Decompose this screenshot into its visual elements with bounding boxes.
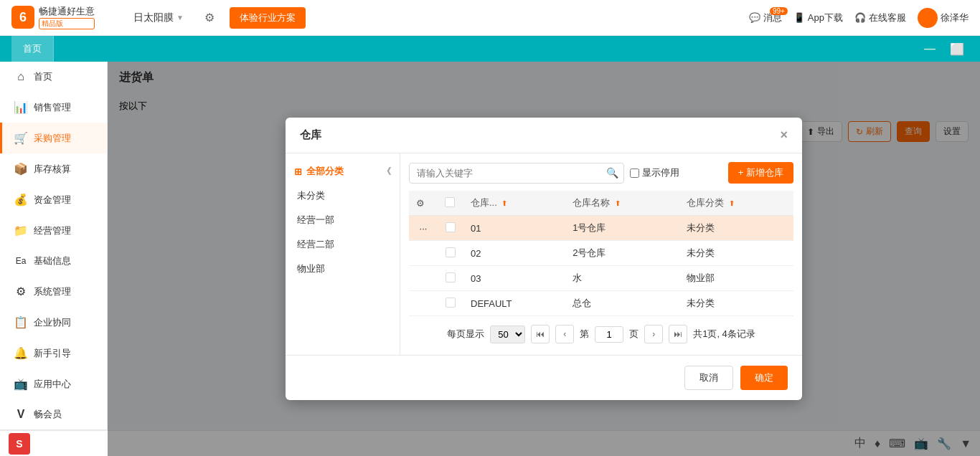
modal-body: ⊞ 全部分类 《 未分类 经营一部 经营二部 物业部 [286, 153, 802, 355]
minimize-button[interactable]: — [920, 42, 940, 55]
row-checkbox[interactable] [446, 247, 456, 257]
maximize-button[interactable]: ⬜ [946, 42, 969, 56]
col-code: 仓库... ⬆ [463, 191, 565, 216]
sidebar-item-inventory[interactable]: 📦 库存核算 [0, 153, 107, 184]
table-row[interactable]: DEFAULT 总仓 未分类 [409, 291, 793, 316]
show-disabled-label[interactable]: 显示停用 [630, 166, 679, 179]
warehouse-modal: 仓库 × ⊞ 全部分类 《 未分类 经营一部 经营二部 [286, 118, 802, 400]
sidebar: ⌂ 首页 📊 销售管理 🛒 采购管理 📦 库存核算 💰 资金管理 📁 经营管理 … [0, 62, 108, 456]
row-category: 未分类 [679, 291, 793, 316]
col-name: 仓库名称 ⬆ [565, 191, 679, 216]
sidebar-item-enterprise[interactable]: 📋 企业协同 [0, 307, 107, 338]
category-unclassified[interactable]: 未分类 [286, 184, 400, 208]
row-name: 水 [565, 266, 679, 291]
page-size-select[interactable]: 50 [490, 326, 525, 343]
sidebar-item-guide[interactable]: 🔔 新手引导 [0, 338, 107, 369]
sidebar-item-system[interactable]: ⚙ 系统管理 [0, 276, 107, 307]
row-name: 1号仓库 [565, 216, 679, 241]
taskbar-logo: S [9, 433, 30, 455]
finance-icon: 💰 [14, 193, 28, 206]
sidebar-item-member[interactable]: V 畅会员 [0, 399, 107, 429]
enterprise-icon: 📋 [14, 315, 28, 329]
all-categories-item[interactable]: ⊞ 全部分类 《 [286, 159, 400, 184]
page-number-input[interactable] [595, 326, 623, 343]
notification-button[interactable]: 💬 消息 99+ [749, 11, 782, 24]
sidebar-item-home[interactable]: ⌂ 首页 [0, 62, 107, 92]
online-service-button[interactable]: 🎧 在线客服 [854, 11, 906, 24]
settings-col-icon: ⚙ [416, 198, 425, 209]
last-page-button[interactable]: ⏭ [669, 325, 687, 343]
modal-title: 仓库 [300, 128, 321, 142]
row-checkbox-cell [438, 241, 463, 266]
phone-icon: 📱 [793, 12, 805, 23]
tab-home[interactable]: 首页 [11, 36, 54, 62]
user-name: 徐泽华 [941, 11, 969, 24]
col-checkbox [438, 191, 463, 216]
row-checkbox-cell [438, 266, 463, 291]
show-disabled-checkbox[interactable] [630, 168, 639, 178]
row-code: 02 [463, 241, 565, 266]
category-ops2[interactable]: 经营二部 [286, 232, 400, 257]
row-checkbox[interactable] [446, 298, 456, 308]
operations-icon: 📁 [14, 224, 28, 237]
user-menu-button[interactable]: 徐泽华 [918, 8, 969, 28]
row-checkbox-cell [438, 216, 463, 241]
table-row[interactable]: 03 水 物业部 [409, 266, 793, 291]
inventory-icon: 📦 [14, 162, 28, 176]
category-ops1[interactable]: 经营一部 [286, 208, 400, 232]
first-page-button[interactable]: ⏮ [531, 325, 550, 343]
sidebar-item-operations[interactable]: 📁 经营管理 [0, 215, 107, 246]
row-actions: ··· [409, 216, 438, 241]
topbar: 6 畅捷通好生意 精品版 日太阳膜 ▼ ⚙ 体验行业方案 💬 消息 99+ 📱 … [0, 0, 980, 36]
modal-footer: 取消 确定 [286, 355, 802, 400]
main-layout: ⌂ 首页 📊 销售管理 🛒 采购管理 📦 库存核算 💰 资金管理 📁 经营管理 … [0, 62, 980, 456]
app-download-button[interactable]: 📱 App下载 [793, 11, 843, 24]
row-actions [409, 241, 438, 266]
row-name: 总仓 [565, 291, 679, 316]
logo-icon: 6 [11, 6, 34, 29]
modal-backdrop: 仓库 × ⊞ 全部分类 《 未分类 经营一部 经营二部 [108, 62, 980, 456]
sidebar-item-basic-info[interactable]: Ea 基础信息 [0, 246, 107, 276]
total-info: 共1页, 4条记录 [693, 328, 755, 341]
notification-badge: 99+ [770, 7, 788, 15]
system-icon: ⚙ [14, 285, 28, 298]
table-row[interactable]: 02 2号仓库 未分类 [409, 241, 793, 266]
table-header: ⚙ 仓库... ⬆ 仓库名称 ⬆ [409, 191, 793, 216]
basic-info-icon: Ea [14, 256, 28, 266]
warehouse-table: ⚙ 仓库... ⬆ 仓库名称 ⬆ [409, 191, 793, 316]
search-input[interactable] [409, 163, 624, 184]
row-name: 2号仓库 [565, 241, 679, 266]
category-property[interactable]: 物业部 [286, 257, 400, 281]
cat-collapse-icon[interactable]: 《 [382, 166, 391, 178]
store-selector[interactable]: 日太阳膜 ▼ [128, 9, 189, 27]
sort-name-icon: ⬆ [615, 199, 621, 207]
headset-icon: 🎧 [854, 12, 866, 23]
message-icon: 💬 [749, 12, 760, 23]
row-checkbox-cell [438, 291, 463, 316]
cancel-button[interactable]: 取消 [684, 366, 733, 390]
row-checkbox[interactable] [446, 272, 456, 282]
col-category: 仓库分类 ⬆ [679, 191, 793, 216]
search-icon: 🔍 [606, 167, 618, 179]
logo-area: 6 畅捷通好生意 精品版 [11, 6, 119, 29]
gear-button[interactable]: ⚙ [198, 6, 221, 29]
trial-button[interactable]: 体验行业方案 [230, 7, 306, 29]
sidebar-item-finance[interactable]: 💰 资金管理 [0, 184, 107, 215]
prev-page-button[interactable]: ‹ [555, 325, 574, 343]
row-actions [409, 291, 438, 316]
next-page-button[interactable]: › [644, 325, 663, 343]
modal-close-button[interactable]: × [780, 128, 788, 143]
page-label: 第 [580, 328, 589, 341]
add-warehouse-button[interactable]: + 新增仓库 [728, 162, 793, 184]
row-code: 01 [463, 216, 565, 241]
sidebar-item-purchase[interactable]: 🛒 采购管理 [0, 123, 107, 153]
row-checkbox[interactable] [446, 222, 456, 232]
confirm-button[interactable]: 确定 [740, 366, 788, 390]
table-container: ⚙ 仓库... ⬆ 仓库名称 ⬆ [409, 191, 793, 316]
row-more-icon[interactable]: ··· [420, 223, 428, 234]
select-all-checkbox[interactable] [445, 197, 455, 207]
sidebar-item-apps[interactable]: 📺 应用中心 [0, 369, 107, 399]
table-row[interactable]: ··· 01 1号仓库 未分类 [409, 216, 793, 241]
sidebar-item-sales[interactable]: 📊 销售管理 [0, 92, 107, 123]
pagination: 每页显示 50 ⏮ ‹ 第 页 › ⏭ 共1页, 4条记录 [409, 316, 793, 346]
